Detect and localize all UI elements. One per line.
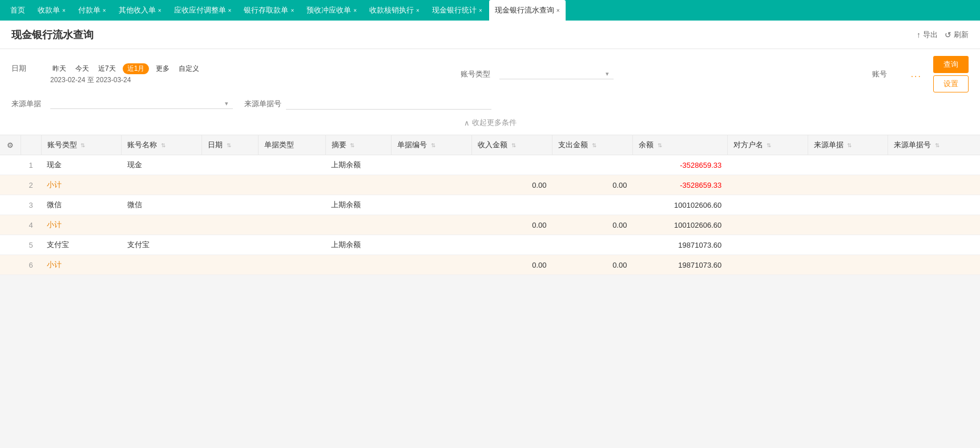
row-income: 0.00 <box>472 175 552 195</box>
expense-column-header[interactable]: 支出金额 ⇅ <box>552 135 633 155</box>
balance-column-header[interactable]: 余额 ⇅ <box>632 135 727 155</box>
settings-column-header[interactable]: ⚙ <box>0 135 21 155</box>
row-source-doc <box>808 235 888 255</box>
more-dots-icon[interactable]: ... <box>911 69 922 79</box>
table-row[interactable]: 5 支付宝 支付宝 上期余额 19871073.60 <box>0 235 980 255</box>
source-doc-column-header[interactable]: 来源单据 ⇅ <box>808 135 888 155</box>
row-account-type: 现金 <box>41 155 122 175</box>
nav-cash-bank-stat-close[interactable]: × <box>479 7 482 14</box>
table-row[interactable]: 2 小计 0.00 0.00 -3528659.33 <box>0 175 980 195</box>
row-expense: 0.00 <box>552 175 633 195</box>
row-source-doc-no <box>888 155 980 175</box>
collapse-bar[interactable]: ∧ 收起更多条件 <box>11 115 969 128</box>
nav-item-home[interactable]: 首页 <box>5 0 31 21</box>
account-type-column-header[interactable]: 账号类型 ⇅ <box>41 135 122 155</box>
date-btn-custom[interactable]: 自定义 <box>176 63 201 74</box>
sort-icon: ⇅ <box>935 142 939 148</box>
nav-item-advance-offset[interactable]: 预收冲应收单 × <box>301 0 362 21</box>
row-index: 4 <box>21 215 41 235</box>
nav-item-receipt-exec[interactable]: 收款核销执行 × <box>364 0 425 21</box>
account-label: 账号 <box>872 69 906 79</box>
row-summary <box>325 215 392 235</box>
row-index: 6 <box>21 255 41 275</box>
nav-cash-bank-flow-close[interactable]: × <box>556 7 560 14</box>
source-doc-no-label: 来源单据号 <box>244 99 281 109</box>
nav-item-payment[interactable]: 付款单 × <box>72 0 112 21</box>
row-account-type: 小计 <box>41 255 122 275</box>
nav-item-cash-bank-flow[interactable]: 现金银行流水查询 × <box>489 0 566 21</box>
date-btn-1month[interactable]: 近1月 <box>123 63 150 74</box>
row-source-doc-no <box>888 195 980 215</box>
table-row[interactable]: 6 小计 0.00 0.00 19871073.60 <box>0 255 980 275</box>
row-balance: -3528659.33 <box>632 175 727 195</box>
row-income <box>472 155 552 175</box>
expense-col-label: 支出金额 <box>558 140 588 149</box>
source-doc-no-input[interactable] <box>286 98 491 110</box>
row-settings <box>0 195 21 215</box>
nav-item-receipt[interactable]: 收款单 × <box>32 0 71 21</box>
table-area: ⚙ 账号类型 ⇅ 账号名称 ⇅ 日期 ⇅ 单据类型 <box>0 135 980 275</box>
table-row[interactable]: 4 小计 0.00 0.00 100102606.60 <box>0 215 980 235</box>
sort-icon: ⇅ <box>350 142 354 148</box>
gear-icon[interactable]: ⚙ <box>7 141 14 150</box>
sort-icon: ⇅ <box>847 142 852 148</box>
table-row[interactable]: 3 微信 微信 上期余额 100102606.60 <box>0 195 980 215</box>
action-buttons: 查询 设置 <box>933 56 969 92</box>
doc-no-col-label: 单据编号 <box>397 140 427 149</box>
summary-column-header[interactable]: 摘要 ⇅ <box>325 135 392 155</box>
row-doc-type <box>259 195 325 215</box>
refresh-button[interactable]: ↺ 刷新 <box>945 30 969 40</box>
row-settings <box>0 255 21 275</box>
row-doc-type <box>259 235 325 255</box>
nav-bank-deposit-close[interactable]: × <box>291 7 294 14</box>
date-btn-more[interactable]: 更多 <box>154 63 172 74</box>
row-doc-no <box>392 155 472 175</box>
counterpart-column-header[interactable]: 对方户名 ⇅ <box>727 135 808 155</box>
nav-payment-close[interactable]: × <box>103 7 106 14</box>
summary-col-label: 摘要 <box>332 140 346 149</box>
row-expense <box>552 235 633 255</box>
date-column-header[interactable]: 日期 ⇅ <box>202 135 259 155</box>
nav-ar-ap-adjust-close[interactable]: × <box>228 7 232 14</box>
row-expense <box>552 155 633 175</box>
nav-receipt-exec-label: 收款核销执行 <box>369 5 414 15</box>
nav-advance-offset-close[interactable]: × <box>353 7 357 14</box>
sort-icon: ⇅ <box>592 142 596 148</box>
row-settings <box>0 175 21 195</box>
index-column-header <box>21 135 41 155</box>
row-account-name <box>122 215 202 235</box>
source-doc-no-column-header[interactable]: 来源单据号 ⇅ <box>888 135 980 155</box>
top-nav: 首页 收款单 × 付款单 × 其他收入单 × 应收应付调整单 × 银行存取款单 … <box>0 0 980 21</box>
nav-receipt-exec-close[interactable]: × <box>416 7 420 14</box>
nav-item-other-income[interactable]: 其他收入单 × <box>113 0 167 21</box>
row-summary <box>325 255 392 275</box>
export-icon: ↑ <box>917 30 921 39</box>
setting-button[interactable]: 设置 <box>933 75 969 92</box>
nav-other-income-close[interactable]: × <box>158 7 162 14</box>
income-col-label: 收入金额 <box>478 140 507 149</box>
nav-payment-label: 付款单 <box>78 5 100 15</box>
query-button[interactable]: 查询 <box>933 56 969 73</box>
source-doc-select[interactable]: ▾ <box>50 99 233 109</box>
row-expense: 0.00 <box>552 255 633 275</box>
account-name-column-header[interactable]: 账号名称 ⇅ <box>122 135 202 155</box>
row-doc-no <box>392 235 472 255</box>
filter-row-2: 来源单据 ▾ 来源单据号 <box>11 98 969 110</box>
doc-no-column-header[interactable]: 单据编号 ⇅ <box>392 135 472 155</box>
row-counterpart <box>727 255 808 275</box>
nav-receipt-close[interactable]: × <box>62 7 66 14</box>
doc-type-col-label: 单据类型 <box>264 140 294 149</box>
table-row[interactable]: 1 现金 现金 上期余额 -3528659.33 <box>0 155 980 175</box>
income-column-header[interactable]: 收入金额 ⇅ <box>472 135 552 155</box>
export-button[interactable]: ↑ 导出 <box>917 30 938 40</box>
account-type-select[interactable]: ▾ <box>499 69 614 79</box>
date-btn-7days[interactable]: 近7天 <box>96 63 118 74</box>
row-settings <box>0 215 21 235</box>
date-btn-yesterday[interactable]: 昨天 <box>50 63 68 74</box>
row-date <box>202 215 259 235</box>
nav-item-bank-deposit[interactable]: 银行存取款单 × <box>238 0 300 21</box>
nav-item-cash-bank-stat[interactable]: 现金银行统计 × <box>426 0 488 21</box>
counterpart-col-label: 对方户名 <box>733 140 763 149</box>
nav-item-ar-ap-adjust[interactable]: 应收应付调整单 × <box>168 0 237 21</box>
date-btn-today[interactable]: 今天 <box>73 63 91 74</box>
